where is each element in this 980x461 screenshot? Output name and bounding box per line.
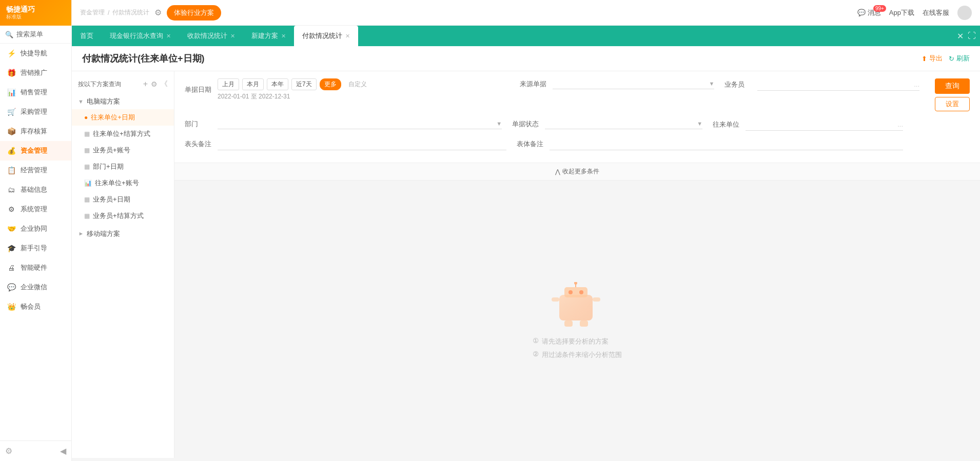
scheme-icon-3: ▦ [84,147,90,154]
source-field: 来源单据 ▼ [520,78,715,89]
body-notes-input[interactable] [550,138,903,150]
date-btn-this-month[interactable]: 本月 [242,78,264,90]
head-notes-input[interactable] [218,138,506,150]
tab-close-all-icon[interactable]: ✕ [957,31,964,41]
empty-hint-2: ② 用过滤条件来缩小分析范围 [533,350,622,359]
scheme-settings-icon[interactable]: ⚙ [151,80,158,88]
sidebar-item-purchase[interactable]: 🛒 采购管理 [0,102,71,122]
message-badge: 99+ [873,5,886,12]
source-select[interactable]: ▼ [553,78,715,89]
voucher-status-label: 单据状态 [512,119,541,129]
tab-payment-stats[interactable]: 付款情况统计 ✕ [294,26,358,46]
messages-button[interactable]: 💬 消息 99+ [857,8,881,17]
sidebar-item-system[interactable]: ⚙ 系统管理 [0,199,71,219]
online-service-link[interactable]: 在线客服 [923,8,949,17]
voucher-status-select[interactable]: ▼ [545,118,702,129]
tab-close-bank-flow[interactable]: ✕ [166,33,171,39]
scheme-collapse-icon[interactable]: 《 [161,79,168,89]
svg-rect-7 [580,320,588,327]
sidebar-item-inventory[interactable]: 📦 库存核算 [0,122,71,141]
main-area: 资金管理 / 付款情况统计 ⚙ 体验行业方案 💬 消息 99+ App下载 在线… [72,0,980,461]
page-actions: ⬆ 导出 ↻ 刷新 [922,54,970,63]
svg-point-5 [574,282,577,285]
sidebar-item-quick-nav[interactable]: ⚡ 快捷导航 [0,44,71,63]
capital-icon: 💰 [6,147,16,155]
settings-button[interactable]: 设置 [935,97,970,111]
sidebar-item-wechat[interactable]: 💬 企业微信 [0,277,71,297]
scheme-item-unit-payment[interactable]: ▦ 往来单位+结算方式 [72,126,174,142]
tab-new-plan[interactable]: 新建方案 ✕ [243,26,294,46]
sidebar-item-cooperation[interactable]: 🤝 企业协同 [0,219,71,238]
tab-close-receipt-stats[interactable]: ✕ [230,33,235,39]
sidebar-item-guide[interactable]: 🎓 新手引导 [0,238,71,258]
staff-input[interactable] [757,78,919,91]
page-body: 付款情况统计(往来单位+日期) ⬆ 导出 ↻ 刷新 按以下方案查询 + [72,46,980,461]
sidebar-item-basic[interactable]: 🗂 基础信息 [0,180,71,199]
breadcrumb: 资金管理 / 付款情况统计 [80,8,149,17]
scheme-panel: 按以下方案查询 + ⚙ 《 ▼ 电脑端方案 ● 往来单位+日期 [72,71,174,458]
trial-button[interactable]: 体验行业方案 [167,5,221,21]
sales-icon: 📊 [6,88,16,96]
svg-rect-1 [564,287,587,297]
partner-input[interactable] [746,118,903,131]
empty-robot-svg [549,282,605,328]
app-download-link[interactable]: App下载 [889,8,914,17]
date-field: 单据日期 上月 本月 本年 近7天 更多 自定义 [185,78,509,101]
scheme-item-unit-account[interactable]: 📊 往来单位+账号 [72,175,174,191]
header-gear-icon[interactable]: ⚙ [154,8,162,17]
tab-bar-right: ✕ ⛶ [957,31,980,41]
sidebar-item-hardware[interactable]: 🖨 智能硬件 [0,258,71,277]
query-button[interactable]: 查询 [935,78,970,94]
date-btn-last-month[interactable]: 上月 [218,78,239,90]
filter-inner: 单据日期 上月 本月 本年 近7天 更多 自定义 [174,71,980,155]
sidebar-item-operations[interactable]: 📋 经营管理 [0,161,71,180]
collapse-icon: ⋀ [555,168,560,175]
date-quick-row: 上月 本月 本年 近7天 更多 自定义 [218,78,509,90]
scheme-item-staff-payment[interactable]: ▦ 业务员+结算方式 [72,208,174,224]
partner-field: 往来单位 [713,118,903,131]
sidebar-item-capital[interactable]: 💰 资金管理 [0,141,71,161]
sidebar-item-sales[interactable]: 📊 销售管理 [0,83,71,102]
tab-receipt-stats[interactable]: 收款情况统计 ✕ [179,26,243,46]
scheme-icon-6: ▦ [84,196,90,203]
tab-close-payment-stats[interactable]: ✕ [345,33,350,39]
sidebar-item-marketing[interactable]: 🎁 营销推广 [0,63,71,83]
collapse-more-bar[interactable]: ⋀ 收起更多条件 [174,163,980,180]
search-icon: 🔍 [5,31,13,38]
scheme-item-staff-account[interactable]: ▦ 业务员+账号 [72,142,174,158]
date-btn-custom[interactable]: 自定义 [344,79,371,90]
scheme-group-mobile: ▼ 移动端方案 [72,226,174,242]
tab-home[interactable]: 首页 [72,26,102,46]
quick-nav-icon: ⚡ [6,49,16,57]
scheme-add-icon[interactable]: + [143,79,148,89]
scheme-group-desktop: ▼ 电脑端方案 ● 往来单位+日期 ▦ 往来单位+结算方式 ▦ 业务员+账号 [72,94,174,224]
body-notes-label: 表体备注 [517,139,545,149]
scheme-group-mobile-header[interactable]: ▼ 移动端方案 [72,226,174,242]
date-btn-this-year[interactable]: 本年 [267,78,288,90]
date-btn-last-7[interactable]: 近7天 [291,78,317,90]
refresh-button[interactable]: ↻ 刷新 [949,54,970,63]
dept-select[interactable]: ▼ [218,118,502,129]
scheme-group-desktop-header[interactable]: ▼ 电脑端方案 [72,94,174,109]
date-btn-more[interactable]: 更多 [320,78,341,90]
scheme-item-unit-date[interactable]: ● 往来单位+日期 [72,109,174,126]
svg-rect-6 [564,320,573,327]
tab-expand-icon[interactable]: ⛶ [968,31,976,41]
wechat-icon: 💬 [6,283,16,291]
source-label: 来源单据 [520,79,548,89]
search-menu[interactable]: 🔍 搜索菜单 [0,26,71,44]
collapse-sidebar-icon[interactable]: ◀ [60,446,66,456]
tab-bank-flow[interactable]: 现金银行流水查询 ✕ [102,26,179,46]
settings-footer-icon[interactable]: ⚙ [5,446,12,456]
scheme-item-staff-date[interactable]: ▦ 业务员+日期 [72,191,174,208]
scheme-icon-5: 📊 [84,179,92,187]
user-avatar[interactable] [957,6,972,20]
inventory-icon: 📦 [6,127,16,135]
voucher-status-arrow: ▼ [697,121,702,127]
sidebar-item-member[interactable]: 👑 畅会员 [0,297,71,316]
tab-close-new-plan[interactable]: ✕ [281,33,286,39]
export-button[interactable]: ⬆ 导出 [922,54,943,63]
partner-label: 往来单位 [713,120,741,129]
main-right: 单据日期 上月 本月 本年 近7天 更多 自定义 [174,71,980,458]
scheme-item-dept-date[interactable]: ▦ 部门+日期 [72,158,174,175]
